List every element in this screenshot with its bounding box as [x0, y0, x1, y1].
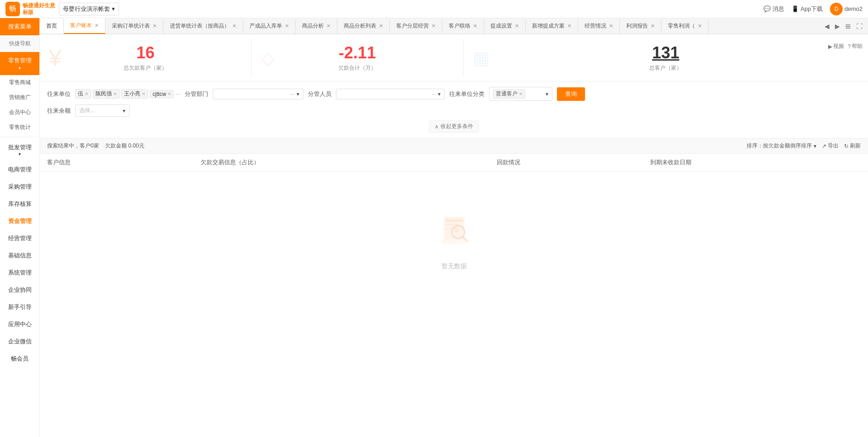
filter-more-btn[interactable]: ··· [176, 91, 180, 97]
tab-close-retail-profit[interactable]: ✕ [698, 23, 702, 29]
refresh-btn[interactable]: ↻ 刷新 [844, 142, 861, 150]
tab-customer-contact[interactable]: 客户联络 ✕ [442, 19, 484, 33]
tab-prev-btn[interactable]: ◀ [823, 22, 831, 31]
sidebar-item-enterprise[interactable]: 企业协同 [0, 281, 39, 299]
account-selector[interactable]: 母婴行业演示帐套 ▾ [59, 3, 119, 15]
sidebar-item-finance[interactable]: 资金管理 [0, 213, 39, 230]
filter-balance-select[interactable]: 选择... ▾ [75, 104, 129, 117]
empty-state: 暂无数据 [40, 171, 868, 307]
tab-close-customer-balance[interactable]: ✕ [95, 23, 99, 28]
filter-row-2: 往来余额 选择... ▾ [47, 104, 861, 117]
tab-close-cost-entry[interactable]: ✕ [285, 23, 289, 29]
main-layout: 搜索菜单 快捷导航 零售管理 ▾ 零售商城 营销推广 会员中心 零售统计 批发管… [0, 18, 868, 437]
message-btn[interactable]: 💬 消息 [763, 5, 784, 13]
sort-label: 排序：按欠款金额倒序排序 [747, 142, 812, 150]
dept-chevron-icon: ▾ [297, 91, 299, 97]
tab-close-customer-segment[interactable]: ✕ [432, 23, 436, 29]
filter-person-select[interactable]: ··· ▾ [336, 89, 445, 100]
stat-actions: ▶ 视频 ? 帮助 [828, 43, 863, 50]
tab-next-btn[interactable]: ▶ [833, 22, 842, 31]
sidebar-item-purchase[interactable]: 采购管理 [0, 178, 39, 195]
user-menu[interactable]: D demo2 [830, 3, 863, 15]
top-bar-left: 畅 畅捷通好生意 标版 母婴行业演示帐套 ▾ [5, 2, 119, 16]
col-due-date: 到期未收款日期 [643, 154, 868, 171]
app-download-btn[interactable]: 📱 App下载 [791, 5, 823, 13]
tab-close-boost-settings[interactable]: ✕ [515, 23, 519, 29]
tab-boost-settings[interactable]: 提成设置 ✕ [484, 19, 526, 33]
sort-selector[interactable]: 排序：按欠款金额倒序排序 ▾ [747, 142, 816, 150]
tab-close-operation-status[interactable]: ✕ [609, 23, 613, 29]
tab-close-profit-report[interactable]: ✕ [651, 23, 655, 29]
help-btn[interactable]: ? 帮助 [848, 43, 863, 50]
remove-tag-chen[interactable]: ✕ [113, 92, 117, 96]
sidebar-item-wechat[interactable]: 企业微信 [0, 333, 39, 350]
tab-close-purchase-order[interactable]: ✕ [153, 23, 157, 29]
sidebar-item-operation[interactable]: 经营管理 [0, 230, 39, 247]
sidebar-item-basic[interactable]: 基础信息 [0, 247, 39, 264]
sidebar-item-app-center[interactable]: 应用中心 [0, 316, 39, 333]
stats-row: ¥ 16 总欠款客户（家） ◇ -2.11 欠款合计（万） ▦ 131 总客户（… [40, 34, 868, 81]
collapse-btn[interactable]: ∧ 收起更多条件 [429, 120, 479, 133]
remove-classify-tag[interactable]: ✕ [519, 92, 523, 96]
sidebar-item-member-vip[interactable]: 畅会员 [0, 350, 39, 367]
filter-tag-chen: 陈民强 ✕ [93, 89, 120, 99]
result-bar-right: 排序：按欠款金额倒序排序 ▾ ↗ 导出 ↻ 刷新 [747, 142, 861, 150]
remove-tag-wu[interactable]: ✕ [85, 92, 88, 96]
sidebar-divider-1 [0, 137, 39, 137]
tab-retail-profit[interactable]: 零售利润（ ✕ [662, 19, 709, 33]
tab-close-new-boost[interactable]: ✕ [567, 23, 571, 29]
tab-goods-analysis[interactable]: 商品分析 ✕ [296, 19, 337, 33]
filter-dept-select[interactable]: ··· ▾ [213, 89, 303, 100]
col-repay-status: 回款情况 [489, 154, 643, 171]
tab-profit-report[interactable]: 利润报告 ✕ [620, 19, 662, 33]
tab-customer-balance[interactable]: 客户账本 ✕ [64, 18, 106, 34]
tab-goods-analysis-list[interactable]: 商品分析列表 ✕ [337, 19, 390, 33]
sidebar-item-new-guide[interactable]: 新手引导 [0, 299, 39, 316]
chevron-down-icon: ▾ [112, 5, 115, 12]
filter-classify-select[interactable]: 普通客户 ✕ ▾ [489, 87, 552, 101]
tab-purchase-order[interactable]: 采购订单统计表 ✕ [106, 19, 163, 33]
tab-bar: 首页 客户账本 ✕ 采购订单统计表 ✕ 进货单统计表（按商品） ✕ 产成品入库单… [40, 18, 868, 34]
sidebar-item-ecommerce[interactable]: 电商管理 [0, 161, 39, 178]
stat-value-2: -2.11 [339, 43, 376, 62]
sidebar-search[interactable]: 搜索菜单 [0, 18, 39, 35]
sidebar-quick-nav[interactable]: 快捷导航 [0, 35, 39, 52]
filter-tag-wang: 王小亮 ✕ [121, 89, 148, 99]
tab-close-customer-contact[interactable]: ✕ [473, 23, 477, 29]
sidebar-item-batch[interactable]: 批发管理 ▾ [0, 139, 39, 161]
classify-chevron-icon: ▾ [546, 91, 548, 97]
stat-label-2: 欠款合计（万） [338, 64, 376, 72]
svg-point-0 [441, 239, 468, 244]
result-bar: 搜索结果中，客户0家 欠款金额 0.00元 排序：按欠款金额倒序排序 ▾ ↗ 导… [40, 138, 868, 154]
sidebar-item-zero-retail[interactable]: 零售管理 ▾ [0, 52, 39, 75]
tab-inventory-stats[interactable]: 进货单统计表（按商品） ✕ [163, 19, 243, 33]
tab-expand-btn[interactable]: ⊞ [844, 22, 853, 31]
tab-new-boost[interactable]: 新增提成方案 ✕ [526, 19, 578, 33]
remove-tag-wang[interactable]: ✕ [142, 92, 145, 96]
logo-area: 畅 畅捷通好生意 标版 [5, 2, 55, 16]
tab-fullscreen-btn[interactable]: ⛶ [854, 22, 864, 31]
sidebar-item-marketing[interactable]: 营销推广 [0, 90, 39, 105]
sidebar-item-system[interactable]: 系统管理 [0, 264, 39, 281]
sidebar-item-member[interactable]: 会员中心 [0, 105, 39, 120]
tab-cost-entry[interactable]: 产成品入库单 ✕ [243, 19, 296, 33]
empty-text: 暂无数据 [441, 262, 467, 271]
sidebar-item-zero-mall[interactable]: 零售商城 [0, 75, 39, 90]
tab-operation-status[interactable]: 经营情况 ✕ [578, 19, 620, 33]
tab-home[interactable]: 首页 [40, 19, 64, 33]
avatar: D [830, 3, 843, 15]
tab-close-goods-analysis-list[interactable]: ✕ [379, 23, 383, 29]
tab-close-goods-analysis[interactable]: ✕ [326, 23, 331, 29]
export-btn[interactable]: ↗ 导出 [822, 142, 839, 150]
remove-tag-cjttcw[interactable]: ✕ [168, 92, 171, 96]
filter-unit-label: 往来单位 [47, 90, 71, 98]
sidebar-item-inventory[interactable]: 库存核算 [0, 195, 39, 213]
query-button[interactable]: 查询 [557, 87, 585, 101]
stat-label-1: 总欠款客户（家） [124, 64, 167, 72]
tab-close-inventory-stats[interactable]: ✕ [232, 23, 236, 29]
filter-unit-tags: 伍 ✕ 陈民强 ✕ 王小亮 ✕ cjttcw ✕ [75, 89, 180, 99]
stat-customer-count: ¥ 16 总欠款客户（家） [40, 39, 252, 76]
tab-customer-segment[interactable]: 客户分层经营 ✕ [390, 19, 442, 33]
video-btn[interactable]: ▶ 视频 [828, 43, 844, 50]
sidebar-item-retail-stats[interactable]: 零售统计 [0, 120, 39, 135]
